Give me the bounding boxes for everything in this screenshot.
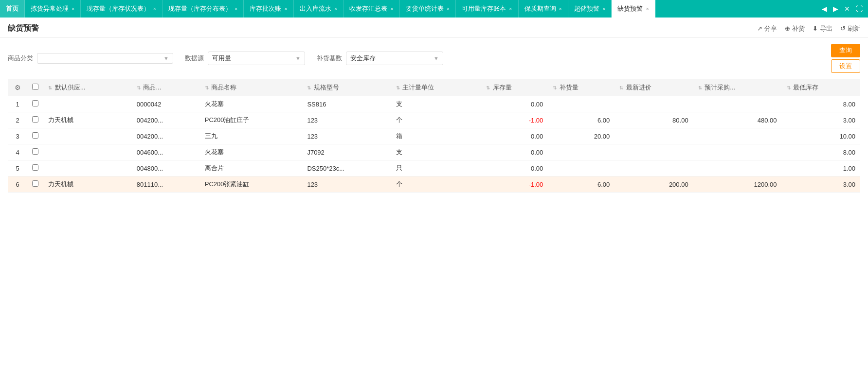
refresh-icon: ↺ [840, 25, 846, 32]
row-latest-price-2: 80.00 [615, 112, 693, 128]
row-checkbox-1[interactable] [32, 100, 38, 106]
row-replenish-qty-2: 6.00 [548, 112, 615, 128]
tab-in-out-flow[interactable]: 出入库流水 × [294, 0, 344, 18]
row-check-5[interactable] [27, 160, 43, 176]
tab-batch-ledger[interactable]: 库存批次账 × [244, 0, 293, 18]
row-unit-4: 支 [391, 144, 482, 160]
row-code-2: 004200... [132, 112, 200, 128]
row-code-6: 801110... [132, 176, 200, 193]
table-header-row: ⚙ ⇅ 默认供应... ⇅ 商品... ⇅ 商品名称 [8, 79, 860, 96]
row-unit-6: 个 [391, 176, 482, 193]
row-stock-4: 0.00 [481, 144, 548, 160]
settings-gear-icon[interactable]: ⚙ [15, 84, 21, 91]
tab-available-ledger[interactable]: 可用量库存账本 × [456, 0, 518, 18]
row-checkbox-6[interactable] [32, 180, 38, 187]
query-button[interactable]: 查询 [831, 44, 860, 57]
row-num-6: 6 [8, 176, 27, 193]
datasource-chevron-down-icon: ▼ [295, 55, 301, 61]
filter-replenish-base-group: 补货基数 安全库存 ▼ [317, 52, 443, 65]
tab-nav-prev[interactable]: ◀ [819, 4, 830, 14]
table-row: 4 004600... 火花塞 J7092 支 0.00 8.00 [8, 144, 860, 160]
tab-home[interactable]: 首页 [0, 0, 25, 18]
close-tab-stock-dist[interactable]: × [235, 6, 237, 12]
share-button[interactable]: ↗ 分享 [757, 24, 777, 33]
row-checkbox-2[interactable] [32, 116, 38, 123]
row-spec-1: SS816 [302, 96, 391, 112]
settings-button[interactable]: 设置 [831, 59, 860, 73]
close-tab-demand-stats[interactable]: × [447, 6, 450, 12]
row-name-3: 三九 [200, 128, 303, 144]
sort-icon-code: ⇅ [137, 85, 141, 90]
row-name-1: 火花塞 [200, 96, 303, 112]
row-unit-1: 支 [391, 96, 482, 112]
sort-icon-replenish-qty: ⇅ [553, 85, 557, 90]
tab-shortage[interactable]: 缺货预警 × [612, 0, 655, 18]
row-name-5: 离合片 [200, 160, 303, 176]
close-tab-receipt-summary[interactable]: × [390, 6, 393, 12]
col-header-check [27, 79, 43, 96]
tab-abnormal[interactable]: 拣货异常处理 × [25, 0, 81, 18]
close-tab-expiry-query[interactable]: × [559, 6, 562, 12]
row-code-1: 0000042 [132, 96, 200, 112]
sort-icon-latest-price: ⇅ [619, 85, 623, 90]
page-title: 缺货预警 [8, 23, 39, 34]
tab-nav-close-all[interactable]: ✕ [842, 4, 852, 14]
row-unit-3: 箱 [391, 128, 482, 144]
col-header-unit: ⇅ 主计量单位 [391, 79, 482, 96]
row-est-purchase-5 [693, 160, 782, 176]
tab-receipt-summary[interactable]: 收发存汇总表 × [344, 0, 399, 18]
row-num-1: 1 [8, 96, 27, 112]
close-tab-stock-status[interactable]: × [153, 6, 156, 12]
table-container: ⚙ ⇅ 默认供应... ⇅ 商品... ⇅ 商品名称 [0, 79, 868, 193]
row-check-1[interactable] [27, 96, 43, 112]
row-code-4: 004600... [132, 144, 200, 160]
close-tab-shortage[interactable]: × [646, 6, 649, 12]
export-button[interactable]: ⬇ 导出 [813, 24, 832, 33]
row-supplier-2: 力天机械 [43, 112, 132, 128]
row-spec-5: DS250*23c... [302, 160, 391, 176]
tab-demand-stats[interactable]: 要货单统计表 × [400, 0, 456, 18]
table-row: 3 004200... 三九 123 箱 0.00 20.00 10.00 [8, 128, 860, 144]
filter-datasource-value: 可用量 [212, 54, 231, 63]
close-tab-overstock[interactable]: × [602, 6, 605, 12]
row-checkbox-3[interactable] [32, 132, 38, 139]
replenish-button[interactable]: ⊕ 补货 [785, 24, 805, 33]
row-min-stock-4: 8.00 [782, 144, 861, 160]
filter-datasource-select[interactable]: 可用量 ▼ [208, 52, 305, 65]
table-row: 2 力天机械 004200... PC200油缸庄子 123 个 -1.00 6… [8, 112, 860, 128]
filter-replenish-base-value: 安全库存 [350, 54, 376, 63]
row-spec-2: 123 [302, 112, 391, 128]
row-check-6[interactable] [27, 176, 43, 193]
tab-nav-next[interactable]: ▶ [831, 4, 841, 14]
close-tab-abnormal[interactable]: × [72, 6, 74, 12]
chevron-down-icon: ▼ [163, 55, 169, 61]
replenish-base-chevron-down-icon: ▼ [434, 55, 439, 61]
tab-stock-status[interactable]: 现存量（库存状况表） × [81, 0, 162, 18]
row-name-4: 火花塞 [200, 144, 303, 160]
row-code-5: 004800... [132, 160, 200, 176]
row-check-4[interactable] [27, 144, 43, 160]
row-checkbox-4[interactable] [32, 148, 38, 155]
row-est-purchase-1 [693, 96, 782, 112]
tab-expiry-query[interactable]: 保质期查询 × [519, 0, 568, 18]
filter-category-select[interactable]: ▼ [37, 53, 173, 64]
table-body: 1 0000042 火花塞 SS816 支 0.00 8.00 2 力天机械 0… [8, 96, 860, 193]
row-check-3[interactable] [27, 128, 43, 144]
tab-overstock[interactable]: 超储预警 × [568, 0, 612, 18]
filter-replenish-base-select[interactable]: 安全库存 ▼ [346, 52, 443, 65]
row-checkbox-5[interactable] [32, 164, 38, 171]
row-stock-2: -1.00 [481, 112, 548, 128]
row-min-stock-2: 3.00 [782, 112, 861, 128]
refresh-button[interactable]: ↺ 刷新 [840, 24, 860, 33]
row-num-3: 3 [8, 128, 27, 144]
row-check-2[interactable] [27, 112, 43, 128]
row-num-4: 4 [8, 144, 27, 160]
tab-stock-dist[interactable]: 现存量（库存分布表） × [163, 0, 244, 18]
select-all-checkbox[interactable] [32, 84, 38, 90]
row-name-2: PC200油缸庄子 [200, 112, 303, 128]
close-tab-batch-ledger[interactable]: × [284, 6, 287, 12]
tab-nav-fullscreen[interactable]: ⛶ [853, 4, 865, 14]
close-tab-available-ledger[interactable]: × [509, 6, 512, 12]
close-tab-in-out-flow[interactable]: × [334, 6, 337, 12]
export-icon: ⬇ [813, 25, 818, 32]
